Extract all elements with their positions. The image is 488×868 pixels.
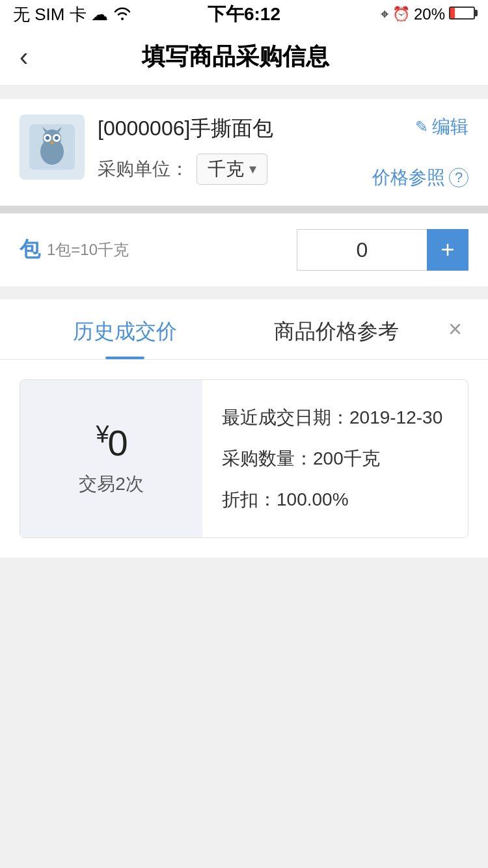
battery-icon — [449, 5, 475, 23]
discount-row: 折扣：100.00% — [222, 485, 448, 515]
alarm-icon: ⏰ — [392, 6, 410, 23]
quantity-label: 包 1包=10千克 — [20, 236, 129, 264]
location-icon: ⌖ — [381, 6, 388, 23]
back-button[interactable]: ‹ — [20, 42, 28, 72]
product-unit-row: 采购单位： 千克 ▾ — [98, 154, 273, 185]
svg-point-7 — [46, 136, 49, 140]
tab-history-price[interactable]: 历史成交价 — [20, 299, 230, 359]
history-price-value: ¥0 — [96, 421, 126, 464]
main-content: 无 SIM 卡 ☁ 下午6:12 ⌖ ⏰ 20% ‹ 填写商品采购信息 — [0, 0, 488, 839]
purchase-qty-row: 采购数量：200千克 — [222, 444, 448, 474]
quantity-sub-text: 1包=10千克 — [47, 239, 129, 260]
quantity-row: 包 1包=10千克 + — [0, 213, 488, 286]
product-left: [0000006]手撕面包 采购单位： 千克 ▾ — [20, 115, 273, 185]
latest-date-row: 最近成交日期：2019-12-30 — [222, 403, 448, 433]
edit-icon: ✎ — [415, 118, 428, 136]
tab-section: 历史成交价 商品价格参考 × ¥0 交易2次 最近成交日期：2019-12-30 — [0, 299, 488, 558]
status-bar: 无 SIM 卡 ☁ 下午6:12 ⌖ ⏰ 20% — [0, 0, 488, 29]
product-card: [0000006]手撕面包 采购单位： 千克 ▾ ✎ 编辑 — [0, 99, 488, 206]
product-name: [0000006]手撕面包 — [98, 115, 273, 143]
unit-label: 采购单位： — [98, 157, 189, 182]
status-right: ⌖ ⏰ 20% — [381, 5, 475, 23]
history-detail-right: 最近成交日期：2019-12-30 采购数量：200千克 折扣：100.00% — [202, 380, 468, 537]
svg-point-8 — [55, 136, 59, 140]
history-card: ¥0 交易2次 最近成交日期：2019-12-30 采购数量：200千克 折扣：… — [20, 379, 468, 538]
tab-header: 历史成交价 商品价格参考 × — [0, 299, 488, 360]
status-time: 下午6:12 — [208, 2, 280, 27]
page-title: 填写商品采购信息 — [41, 41, 429, 73]
currency-symbol: ¥ — [96, 421, 107, 448]
dropdown-arrow-icon: ▾ — [249, 161, 256, 178]
sim-status: 无 SIM 卡 ☁ — [13, 3, 108, 26]
status-left: 无 SIM 卡 ☁ — [13, 3, 131, 26]
nav-bar: ‹ 填写商品采购信息 — [0, 29, 488, 86]
product-right: ✎ 编辑 价格参照 ? — [372, 115, 468, 190]
tab-product-price-ref[interactable]: 商品价格参考 — [230, 299, 441, 359]
wifi-icon — [113, 5, 131, 25]
product-info: [0000006]手撕面包 采购单位： 千克 ▾ — [98, 115, 273, 185]
tab-content: ¥0 交易2次 最近成交日期：2019-12-30 采购数量：200千克 折扣：… — [0, 360, 488, 558]
unit-dropdown[interactable]: 千克 ▾ — [197, 154, 267, 185]
edit-button[interactable]: ✎ 编辑 — [415, 115, 468, 139]
price-ref-button[interactable]: 价格参照 ? — [372, 165, 468, 190]
transaction-count: 交易2次 — [79, 472, 144, 496]
product-image — [20, 115, 85, 180]
product-logo — [29, 124, 75, 170]
help-icon: ? — [449, 168, 468, 187]
history-price-left: ¥0 交易2次 — [20, 380, 202, 537]
product-top: [0000006]手撕面包 采购单位： 千克 ▾ ✎ 编辑 — [20, 115, 468, 190]
quantity-plus-button[interactable]: + — [427, 229, 468, 271]
separator — [0, 206, 488, 213]
quantity-input-group: + — [297, 229, 468, 271]
unit-value: 千克 — [208, 157, 244, 182]
quantity-input[interactable] — [297, 229, 427, 271]
battery-percent: 20% — [414, 5, 445, 23]
package-icon: 包 — [20, 236, 40, 264]
tab-close-button[interactable]: × — [442, 309, 468, 349]
